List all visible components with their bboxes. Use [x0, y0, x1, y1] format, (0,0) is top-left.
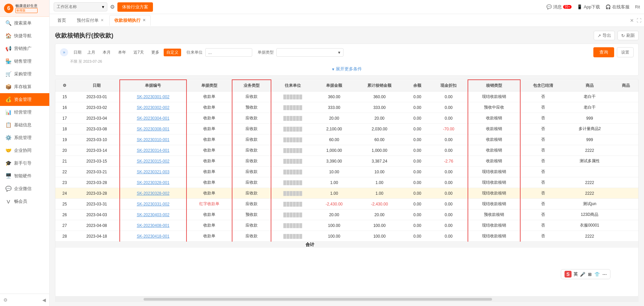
sidebar-item-hardware[interactable]: 🖥️ 智能硬件 [0, 170, 49, 182]
th-balance: 余额 [405, 80, 430, 91]
row-order-no[interactable]: SK-20230331-002 [120, 199, 186, 209]
tab-home[interactable]: 首页 [52, 15, 71, 26]
row-order-no[interactable]: SK-20230328-001 [120, 177, 186, 188]
row-order-no[interactable]: SK-20230321-003 [120, 167, 186, 177]
row-order-no[interactable]: SK-20230403-002 [120, 209, 186, 220]
expand-more-link[interactable]: ▾ 展开更多条件 [332, 66, 362, 72]
row-include-settled: 否 [520, 177, 566, 188]
row-partner: ██████ [271, 145, 315, 156]
settings-bottom-icon[interactable]: ⚙ [3, 297, 8, 303]
query-button[interactable]: 查询 [593, 47, 614, 57]
sidebar-item-search[interactable]: 🔍 搜索菜单 [0, 17, 49, 29]
row-partner: ██████ [271, 91, 315, 102]
sidebar-item-marketing[interactable]: 📢 营销推广 [0, 42, 49, 55]
solution-button[interactable]: 体验行业方案 [117, 2, 153, 12]
row-goods2 [614, 220, 638, 231]
filter-more[interactable]: 更多 [148, 48, 162, 57]
english-icon[interactable]: 英 [574, 271, 578, 277]
sidebar-item-quicknav[interactable]: 🏠 快捷导航 [0, 29, 49, 42]
row-writeoff-amount: 333.00 [354, 102, 405, 113]
member-icon: V [5, 199, 11, 204]
row-order-no[interactable]: SK-20230308-001 [120, 124, 186, 134]
row-order-no[interactable]: SK-20230301-002 [120, 91, 186, 102]
tab-collection[interactable]: 收款核销执行 ✕ [109, 15, 151, 26]
user-item[interactable]: Rit [635, 5, 640, 9]
order-type-select[interactable]: ▾ [276, 48, 343, 57]
sidebar-item-member[interactable]: V 畅会员 [0, 195, 49, 208]
scrollbar-thumb[interactable] [144, 298, 492, 301]
system-icon: ⚙️ [5, 135, 11, 141]
tab-expand-icon[interactable]: ⛶ [637, 18, 641, 23]
horizontal-scrollbar[interactable] [55, 297, 639, 302]
row-order-no[interactable]: SK-20230310-001 [120, 134, 186, 145]
filter-date-group: 日期 上月 本月 本年 近7天 更多 自定义 [73, 48, 181, 57]
row-num: 15 [55, 91, 74, 102]
sidebar-item-corp[interactable]: 🤝 企业协同 [0, 144, 49, 157]
row-num: 16 [55, 102, 74, 113]
row-partner: ██████ [271, 188, 315, 199]
row-order-no[interactable]: SK-20230408-001 [120, 220, 186, 231]
row-order-no[interactable]: SK-20230315-002 [120, 156, 186, 167]
row-writeoff-type: 收款核销 [468, 113, 520, 124]
filter-this-year[interactable]: 本年 [115, 48, 129, 57]
filter-settings-button[interactable]: 设置 [617, 47, 634, 57]
row-writeoff-amount: 1.00 [354, 177, 405, 188]
export-button[interactable]: ↗ 导出 [594, 31, 615, 40]
row-cash-discount: 0.00 [430, 113, 468, 124]
row-order-type: 收款单 [186, 231, 232, 242]
filter-custom-date[interactable]: 自定义 [164, 49, 181, 56]
sidebar-item-operations[interactable]: 📊 经营管理 [0, 106, 49, 119]
row-num: 27 [55, 220, 74, 231]
row-order-amount: 20.00 [314, 113, 354, 124]
sidebar-item-system[interactable]: ⚙️ 系统管理 [0, 131, 49, 144]
tab-prepay-close[interactable]: ✕ [101, 18, 104, 22]
row-date: 2023-04-03 [74, 209, 120, 220]
mic-icon[interactable]: 🎤 [580, 272, 585, 277]
row-order-no[interactable]: SK-20230418-001 [120, 231, 186, 242]
sidebar-item-purchase[interactable]: 🛒 采购管理 [0, 68, 49, 80]
online-service-item[interactable]: 🎧 在线客服 [605, 4, 630, 10]
tab-collection-close[interactable]: ✕ [143, 18, 146, 22]
message-item[interactable]: 💬 消息 99+ [546, 4, 572, 10]
th-gear[interactable]: ⚙ [55, 80, 74, 91]
row-num: 22 [55, 167, 74, 177]
filter-7days[interactable]: 近7天 [130, 48, 147, 57]
inventory-icon: 📦 [5, 84, 11, 90]
filter-this-month[interactable]: 本月 [100, 48, 114, 57]
tab-prepay[interactable]: 预付应付单 ✕ [72, 15, 109, 26]
shirt-icon[interactable]: 👕 [594, 272, 600, 277]
sidebar-item-finance[interactable]: 💰 资金管理 [0, 93, 49, 106]
sidebar-item-sales[interactable]: 🏪 销售管理 [0, 55, 49, 68]
tab-close-icon[interactable]: ✕ [630, 18, 634, 23]
filter-expand-btn[interactable]: » [60, 48, 68, 56]
row-cash-discount: -70.00 [430, 124, 468, 134]
row-writeoff-type: 收款核销 [468, 124, 520, 134]
row-order-type: 收款单 [186, 134, 232, 145]
home-icon: 🏠 [5, 33, 11, 39]
app-download-item[interactable]: 📱 App下载 [577, 4, 600, 10]
tab-prepay-label: 预付应付单 [77, 17, 99, 23]
more-icon[interactable]: ⋯ [602, 272, 607, 277]
filter-last-month[interactable]: 上月 [84, 48, 98, 57]
topbar-settings-icon[interactable]: ⚙ [110, 4, 115, 10]
grid-icon[interactable]: ⊞ [588, 272, 592, 277]
refresh-button[interactable]: ↻ 刷新 [618, 31, 639, 40]
sidebar-item-inventory[interactable]: 📦 库存核算 [0, 80, 49, 93]
partner-select[interactable]: ... [205, 48, 252, 57]
row-order-no[interactable]: SK-20230302-002 [120, 102, 186, 113]
row-writeoff-amount: 60.00 [354, 134, 405, 145]
workspace-selector[interactable]: 工作区名称 ▾ [54, 2, 107, 11]
row-order-no[interactable]: SK-20230304-001 [120, 113, 186, 124]
row-order-no[interactable]: SK-20230328-002 [120, 188, 186, 199]
sidebar-item-wechat[interactable]: 💬 企业微信 [0, 182, 49, 195]
collapse-icon[interactable]: ◀ [42, 297, 46, 303]
table-footer-row: 合计 [55, 242, 638, 248]
data-table-wrapper: ⚙ 日期 单据编号 单据类型 业务类型 往来单位 单据金额 累计核销金额 余额 … [55, 79, 639, 297]
row-order-type: 收款单 [186, 113, 232, 124]
row-writeoff-type: 现结收款核销 [468, 177, 520, 188]
sidebar-item-guide[interactable]: 🎓 新手引导 [0, 157, 49, 170]
total-balance [405, 242, 430, 248]
total-goods2 [614, 242, 638, 248]
sidebar-item-basic[interactable]: 📋 基础信息 [0, 119, 49, 131]
row-order-no[interactable]: SK-20230314-001 [120, 145, 186, 156]
